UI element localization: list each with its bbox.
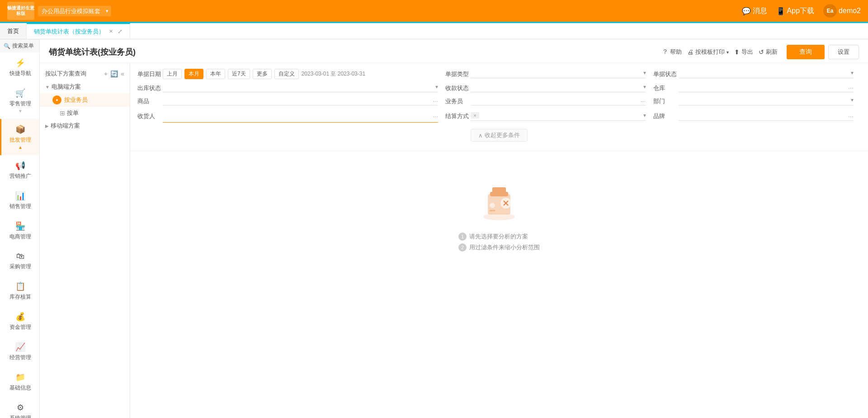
right-panel: 单据日期 上月 本月 本年 近7天 更多 自定义 (130, 63, 868, 418)
top-header: 畅捷通好生意标版 办公用品行业模拟账套 💬 消息 📱 App下载 Ea (0, 0, 868, 22)
date-custom[interactable]: 自定义 (274, 69, 299, 79)
filter-row-3: 商品 … 业务员 … (137, 97, 861, 105)
sidebar-item-inventory[interactable]: 📋 库存核算 (0, 276, 39, 306)
tab-home[interactable]: 首页 (0, 23, 27, 39)
app-selector-wrap[interactable]: 办公用品行业模拟账套 (38, 6, 111, 16)
salesperson-filter-item: 业务员 … (445, 97, 653, 105)
brand-dots[interactable]: … (848, 112, 854, 119)
print-btn[interactable]: 🖨 按模板打印 ▾ (687, 48, 729, 56)
tab-maximize-icon[interactable]: ⤢ (118, 28, 123, 35)
tab-bar: 首页 销货单统计表（按业务员） ✕ ⤢ (0, 23, 868, 39)
goods-control[interactable]: … (163, 97, 438, 105)
empty-illustration (476, 178, 522, 223)
settlement-value: × (471, 112, 641, 119)
salesperson-dots[interactable]: … (641, 97, 646, 103)
mobile-scheme-header[interactable]: ▶ 移动端方案 (40, 119, 130, 132)
pc-scheme-header[interactable]: ▼ 电脑端方案 (40, 81, 130, 93)
retail-icon: 🛒 (15, 88, 25, 98)
export-btn[interactable]: ⬆ 导出 (734, 48, 753, 56)
sidebar-item-operations[interactable]: 📈 经营管理 (0, 337, 39, 367)
filter-actions: ∧ 收起更多条件 (137, 127, 861, 145)
dept-control[interactable]: ▾ (679, 97, 854, 105)
export-icon: ⬆ (734, 48, 740, 56)
mobile-scheme-group: ▶ 移动端方案 (40, 119, 130, 132)
refresh-btn[interactable]: ↺ 刷新 (759, 48, 778, 56)
help-btn[interactable]: ？ 帮助 (662, 48, 682, 56)
app-selector[interactable]: 办公用品行业模拟账套 (38, 6, 111, 16)
settlement-tag-close[interactable]: × (473, 113, 476, 118)
collapse-label: 收起更多条件 (485, 131, 520, 139)
pc-scheme-chevron: ▼ (45, 85, 50, 90)
filter-row-1: 单据日期 上月 本月 本年 近7天 更多 自定义 (137, 69, 861, 79)
filter-form: 单据日期 上月 本月 本年 近7天 更多 自定义 (130, 63, 868, 151)
sidebar-item-finance[interactable]: 💰 资金管理 (0, 306, 39, 337)
sidebar-item-wholesale[interactable]: 📦 批发管理 ▲ (0, 119, 39, 155)
doc-type-filter-item: 单据类型 ▾ (445, 70, 653, 78)
sales-stat-tab-label: 销货单统计表（按业务员） (34, 28, 104, 36)
add-scheme-icon[interactable]: + (104, 70, 108, 77)
setting-btn[interactable]: 设置 (828, 45, 859, 59)
consignee-control[interactable]: … (163, 110, 438, 123)
collapse-panel-icon[interactable]: « (121, 70, 124, 77)
tree-sub-item-order[interactable]: ⊞ 按单 (40, 107, 130, 119)
date-this-month[interactable]: 本月 (184, 69, 203, 79)
message-action[interactable]: 💬 消息 (742, 6, 767, 16)
consignee-filter-item: 收货人 … (137, 110, 445, 123)
date-last7days[interactable]: 近7天 (228, 69, 250, 79)
sidebar-item-quick-nav[interactable]: ⚡ 快捷导航 (0, 52, 39, 83)
svg-rect-8 (490, 210, 495, 211)
out-status-label: 出库状态 (137, 84, 163, 92)
consignee-dots[interactable]: … (433, 112, 438, 119)
doc-status-control[interactable]: ▾ (679, 70, 854, 78)
tab-sales-stat[interactable]: 销货单统计表（按业务员） ✕ ⤢ (27, 23, 130, 39)
left-panel: 按以下方案查询 + 🔄 « ▼ 电脑端方案 ● (40, 63, 130, 418)
logo-text: 畅捷通好生意标版 (7, 5, 34, 16)
operations-icon: 📈 (15, 342, 25, 352)
payment-status-label: 收款状态 (445, 84, 471, 92)
collapse-btn[interactable]: ∧ 收起更多条件 (471, 129, 528, 142)
settlement-arrow: ▾ (643, 112, 646, 119)
settlement-control[interactable]: × ▾ (471, 112, 646, 121)
brand-control[interactable]: … (679, 112, 854, 121)
app-download-label: App下载 (787, 6, 814, 16)
refresh-scheme-icon[interactable]: 🔄 (110, 70, 118, 77)
date-more[interactable]: 更多 (253, 69, 272, 79)
sidebar-item-retail[interactable]: 🛒 零售管理 ▼ (0, 83, 39, 119)
warehouse-dots[interactable]: … (848, 84, 854, 90)
query-btn[interactable]: 查询 (787, 45, 825, 59)
salesperson-control[interactable]: … (471, 97, 646, 105)
help-label: 帮助 (670, 48, 682, 56)
main-wrapper: 🔍 搜索菜单 ⚡ 快捷导航 🛒 零售管理 ▼ 📦 批发管理 ▲ 📢 营销推广 (0, 39, 868, 418)
sidebar-item-purchase[interactable]: 🛍 采购管理 (0, 246, 39, 276)
app-download-action[interactable]: 📱 App下载 (776, 6, 814, 16)
warehouse-filter-item: 仓库 … (653, 84, 861, 92)
sidebar-item-base-info[interactable]: 📁 基础信息 (0, 367, 39, 397)
retail-label: 零售管理 (9, 100, 31, 108)
settlement-label: 结算方式 (445, 112, 471, 120)
user-profile[interactable]: Ea demo2 (823, 4, 861, 18)
sidebar-item-ecommerce[interactable]: 🏪 电商管理 (0, 216, 39, 246)
panel-header-icons: + 🔄 « (104, 70, 124, 77)
search-menu[interactable]: 🔍 搜索菜单 (0, 39, 39, 52)
sidebar-item-sales-mgmt[interactable]: 📊 销售管理 (0, 185, 39, 216)
sidebar-item-marketing[interactable]: 📢 营销推广 (0, 155, 39, 185)
tree-item-salesperson[interactable]: ● 按业务员 (40, 93, 130, 107)
goods-filter-item: 商品 … (137, 97, 445, 105)
export-label: 导出 (741, 48, 753, 56)
warehouse-control[interactable]: … (679, 84, 854, 92)
out-status-control[interactable]: ▾ (163, 84, 438, 92)
consignee-input[interactable] (163, 110, 431, 120)
ecommerce-icon: 🏪 (15, 221, 25, 231)
tab-close-icon[interactable]: ✕ (109, 28, 113, 34)
payment-status-arrow: ▾ (643, 84, 646, 90)
wholesale-label: 批发管理 (9, 136, 31, 144)
order-scheme-icon: ⊞ (60, 109, 65, 117)
goods-dots[interactable]: … (433, 97, 438, 103)
payment-status-control[interactable]: ▾ (471, 84, 646, 92)
order-scheme-label: 按单 (67, 109, 79, 117)
date-last-month[interactable]: 上月 (163, 69, 182, 79)
sidebar-item-system[interactable]: ⚙ 系统管理 (0, 397, 39, 418)
doc-type-control[interactable]: ▾ (471, 70, 646, 78)
date-this-year[interactable]: 本年 (206, 69, 225, 79)
message-icon: 💬 (742, 7, 751, 15)
